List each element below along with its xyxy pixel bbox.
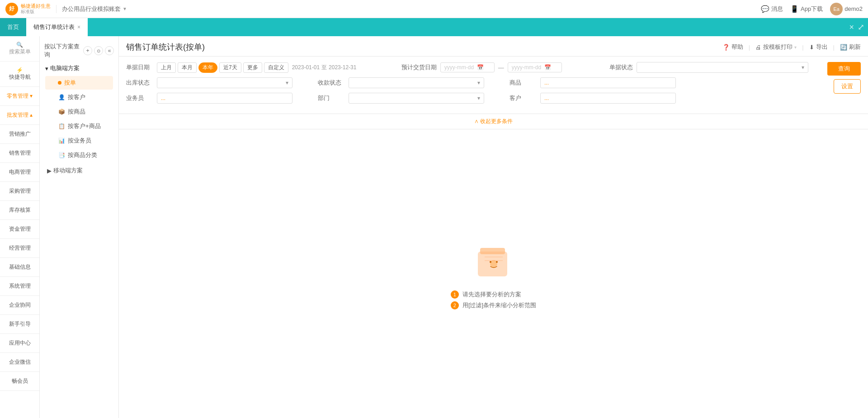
page-header: 销售订单统计表(按单) ❓ 帮助 | 🖨 按模板打印 ▾ | ⬇ <box>119 36 868 57</box>
date-btn-last-month[interactable]: 上月 <box>157 62 176 73</box>
pc-scheme-group-title[interactable]: ▾ 电脑端方案 <box>43 62 115 75</box>
print-arrow-icon: ▾ <box>794 45 797 50</box>
sidebar-item-retail[interactable]: 零售管理 ▾ <box>0 87 39 106</box>
empty-state: 1 请先选择要分析的方案 2 用[过滤]条件来缩小分析范围 <box>119 129 868 418</box>
date-btn-this-year[interactable]: 本年 <box>198 62 217 73</box>
main-layout: 🔍 搜索菜单 ⚡ 快捷导航 零售管理 ▾ 批发管理 ▴ 营销推广 销售管理 电商… <box>0 36 868 418</box>
sidebar-item-basic[interactable]: 基础信息 <box>0 258 39 277</box>
nav-tabs-right: × ⤢ <box>849 18 868 36</box>
calendar-end-icon: 📅 <box>544 64 551 71</box>
sidebar-search[interactable]: 🔍 搜索菜单 <box>0 36 39 62</box>
download-icon: 📱 <box>790 5 799 13</box>
tab-close-icon[interactable]: × <box>77 24 80 30</box>
sidebar-item-member[interactable]: 畅会员 <box>0 372 39 391</box>
scheme-item-by-salesman[interactable]: 📊 按业务员 <box>45 134 113 147</box>
empty-hint-2: 2 用[过滤]条件来缩小分析范围 <box>451 301 536 309</box>
salesman-select[interactable]: ... <box>157 93 292 104</box>
tab-home[interactable]: 首页 <box>0 18 26 36</box>
expected-date-end-input[interactable]: yyyy-mm-dd 📅 <box>508 62 562 72</box>
sidebar-item-system[interactable]: 系统管理 <box>0 277 39 296</box>
app-download-action[interactable]: 📱 App下载 <box>790 5 823 13</box>
date-range-display: 2023-01-01 至 2023-12-31 <box>292 64 357 71</box>
print-button[interactable]: 🖨 按模板打印 ▾ <box>755 43 797 51</box>
hint-1-number: 1 <box>451 290 459 299</box>
sidebar-item-enterprise[interactable]: 企业协同 <box>0 296 39 315</box>
page-actions: ❓ 帮助 | 🖨 按模板打印 ▾ | ⬇ 导出 | <box>722 43 861 51</box>
hint-2-number: 2 <box>451 301 459 309</box>
scheme-item-by-category[interactable]: 📑 按商品分类 <box>45 148 113 162</box>
tab-sales-order-stats[interactable]: 销售订单统计表 × <box>26 18 88 36</box>
sidebar-item-marketing[interactable]: 营销推广 <box>0 125 39 144</box>
scheme-edit-button[interactable]: ⊙ <box>94 46 103 55</box>
scheme-item-by-product[interactable]: 📦 按商品 <box>45 105 113 119</box>
payment-select[interactable]: ▾ <box>349 77 484 88</box>
query-button[interactable]: 查询 <box>827 62 861 76</box>
date-btn-more[interactable]: 更多 <box>243 62 262 73</box>
expected-date-start-input[interactable]: yyyy-mm-dd 📅 <box>440 62 495 72</box>
scheme-collapse-button[interactable]: « <box>105 46 114 55</box>
scheme-panel: 按以下方案查询 + ⊙ « ▾ 电脑端方案 按单 👤 按客 <box>40 36 119 418</box>
sidebar-item-sales[interactable]: 销售管理 <box>0 144 39 163</box>
date-quick-buttons: 上月 本月 本年 近7天 更多 自定义 <box>157 62 288 73</box>
industry-arrow-icon: ▼ <box>123 6 127 11</box>
right-button-column: 查询 设置 <box>816 62 861 108</box>
sidebar-item-operations[interactable]: 经营管理 <box>0 239 39 258</box>
user-action[interactable]: Ea demo2 <box>830 3 863 15</box>
sidebar-item-newbie[interactable]: 新手引导 <box>0 315 39 334</box>
top-bar: 好 畅捷通好生意 标准版 办公用品行业模拟账套 ▼ 💬 消息 📱 App下载 E… <box>0 0 868 18</box>
date-btn-custom[interactable]: 自定义 <box>264 62 288 73</box>
customer-icon: 👤 <box>58 94 65 101</box>
refresh-icon: 🔄 <box>840 44 847 51</box>
date-separator: — <box>498 64 504 71</box>
sidebar: 🔍 搜索菜单 ⚡ 快捷导航 零售管理 ▾ 批发管理 ▴ 营销推广 销售管理 电商… <box>0 36 40 418</box>
empty-hint-1: 1 请先选择要分析的方案 <box>451 290 536 299</box>
message-action[interactable]: 💬 消息 <box>761 5 783 13</box>
settings-button[interactable]: 设置 <box>834 79 861 94</box>
scheme-add-button[interactable]: + <box>83 46 92 55</box>
calendar-start-icon: 📅 <box>477 64 484 71</box>
delivery-dropdown-icon: ▾ <box>286 80 288 86</box>
delivery-select[interactable]: ▾ <box>157 77 292 88</box>
window-close-icon[interactable]: × <box>849 23 854 32</box>
empty-illustration <box>471 238 516 283</box>
sidebar-item-ecommerce[interactable]: 电商管理 <box>0 163 39 182</box>
mobile-scheme-group-title[interactable]: ▶ 移动端方案 <box>40 164 118 177</box>
avatar: Ea <box>830 3 843 15</box>
window-maximize-icon[interactable]: ⤢ <box>858 22 864 32</box>
collapse-bar[interactable]: ∧ 收起更多条件 <box>119 114 868 129</box>
sidebar-item-finance[interactable]: 资金管理 <box>0 220 39 239</box>
sidebar-shortcuts[interactable]: ⚡ 快捷导航 <box>0 62 39 87</box>
action-divider-1: | <box>749 44 750 51</box>
date-btn-7days[interactable]: 近7天 <box>219 62 241 73</box>
pc-scheme-group: ▾ 电脑端方案 按单 👤 按客户 📦 按商品 📋 按客户+商品 <box>40 62 118 162</box>
status-select[interactable]: ▾ <box>637 62 808 73</box>
department-select[interactable]: ▾ <box>349 93 484 104</box>
filter-row-3: 业务员 ... 部门 ▾ 客户 <box>126 93 808 104</box>
export-button[interactable]: ⬇ 导出 <box>809 43 828 51</box>
sidebar-item-appcenter[interactable]: 应用中心 <box>0 334 39 353</box>
product-icon: 📦 <box>58 108 65 115</box>
category-icon: 📑 <box>58 152 65 159</box>
filter-row-1: 单据日期 上月 本月 本年 近7天 更多 自定义 2023-01-01 <box>126 62 808 73</box>
empty-svg <box>471 238 516 283</box>
collapse-icon: ∧ <box>474 118 480 124</box>
filter-inputs: 单据日期 上月 本月 本年 近7天 更多 自定义 2023-01-01 <box>126 62 808 108</box>
help-button[interactable]: ❓ 帮助 <box>722 43 743 51</box>
refresh-button[interactable]: 🔄 刷新 <box>840 43 861 51</box>
date-btn-this-month[interactable]: 本月 <box>178 62 197 73</box>
action-divider-3: | <box>833 44 835 51</box>
scheme-panel-actions: + ⊙ « <box>83 46 114 55</box>
sidebar-item-inventory[interactable]: 库存核算 <box>0 201 39 220</box>
scheme-item-by-customer-product[interactable]: 📋 按客户+商品 <box>45 119 113 133</box>
industry-selector[interactable]: 办公用品行业模拟账套 ▼ <box>56 5 127 13</box>
sidebar-item-wholesale[interactable]: 批发管理 ▴ <box>0 106 39 125</box>
customer-select[interactable]: ... <box>540 93 676 104</box>
scheme-item-by-order[interactable]: 按单 <box>45 76 113 90</box>
logo-area: 好 畅捷通好生意 标准版 <box>5 3 51 15</box>
product-select[interactable]: ... <box>540 77 676 88</box>
sidebar-item-purchase[interactable]: 采购管理 <box>0 182 39 201</box>
sidebar-item-corpwechat[interactable]: 企业微信 <box>0 353 39 372</box>
empty-hints: 1 请先选择要分析的方案 2 用[过滤]条件来缩小分析范围 <box>451 290 536 309</box>
content-area: 按以下方案查询 + ⊙ « ▾ 电脑端方案 按单 👤 按客 <box>40 36 868 418</box>
scheme-item-by-customer[interactable]: 👤 按客户 <box>45 90 113 104</box>
